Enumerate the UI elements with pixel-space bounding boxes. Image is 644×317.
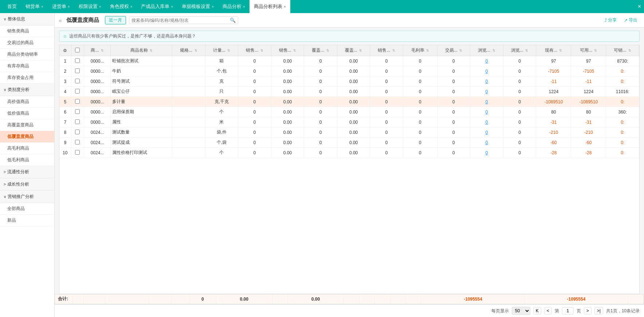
export-btn[interactable]: ↗ 导出 [622,17,640,23]
sidebar-item-high-profit[interactable]: 高毛利商品 [0,143,54,154]
row-checkbox-7[interactable] [75,130,80,134]
share-btn[interactable]: ⤴ 分享 [602,17,619,23]
row-checkbox-1[interactable] [75,68,80,73]
section-arrow-category: ∨ [4,88,6,92]
cell-browse1[interactable]: 0 [470,97,503,107]
nav-roles[interactable]: 角色授权 × [106,0,137,13]
sidebar-item-low-coverage[interactable]: 低覆盖度商品 [0,131,54,143]
cell-code: 0000... [84,66,110,76]
main-layout: ∨ 整体信息 销售类商品 交易过的商品 商品分类动销率 有库存商品 库存资金占用… [0,13,644,317]
nav-production-close[interactable]: × [171,5,173,9]
th-stock3[interactable]: 可销... ⇅ [606,45,639,56]
th-unit[interactable]: 计量... ⇅ [205,45,238,56]
cell-sales3: 0 [370,117,403,127]
nav-sales[interactable]: 销货单 × [21,0,48,13]
th-sales2[interactable]: 销售... ⇅ [271,45,304,56]
cell-browse1[interactable]: 0 [470,66,503,76]
row-checkbox-6[interactable] [75,119,80,124]
row-checkbox-0[interactable] [75,58,80,63]
th-browse2[interactable]: 浏览... ⇅ [503,45,536,56]
th-browse1[interactable]: 浏览... ⇅ [470,45,503,56]
th-settings[interactable]: ⚙ [59,45,71,56]
cell-browse1[interactable]: 0 [470,107,503,117]
th-cover2[interactable]: 覆盖... ⇅ [337,45,370,56]
th-code[interactable]: 商... ⇅ [84,45,110,56]
search-input[interactable] [131,18,230,23]
cell-sales3: 0 [370,107,403,117]
sidebar-section-growth[interactable]: > 成长性分析 [0,178,54,191]
sidebar-item-in-stock[interactable]: 有库存商品 [0,60,54,72]
nav-analysis[interactable]: 商品分析 × [218,0,250,13]
nav-purchase[interactable]: 进货单 × [48,0,74,13]
nav-analysis-close[interactable]: × [243,5,245,9]
cell-browse1[interactable]: 0 [470,127,503,138]
sidebar-item-category-rate[interactable]: 商品分类动销率 [0,49,54,60]
cell-browse1[interactable]: 0 [470,148,503,158]
filter-recent-month-btn[interactable]: 近一月 [105,16,126,24]
th-name[interactable]: 商品名称 ⇅ [111,45,172,56]
share-icon: ⤴ [605,18,607,23]
sidebar-item-high-value[interactable]: 高价值商品 [0,96,54,108]
last-page-btn[interactable]: >| [594,307,603,314]
sidebar-item-all-goods[interactable]: 全部商品 [0,203,54,215]
th-sales3[interactable]: 销售... ⇅ [370,45,403,56]
nav-purchase-close[interactable]: × [68,5,70,9]
nav-template[interactable]: 单据模板设置 × [177,0,218,13]
th-trade[interactable]: 交易... ⇅ [437,45,470,56]
nav-home[interactable]: 首页 [3,0,21,13]
cell-browse1[interactable]: 0 [470,56,503,66]
page-size-select[interactable]: 50 100 [512,307,530,315]
th-spec[interactable]: 规格... ⇅ [172,45,205,56]
th-cover1[interactable]: 覆盖... ⇅ [304,45,337,56]
cell-browse1[interactable]: 0 [470,138,503,148]
row-checkbox-8[interactable] [75,140,80,144]
cell-checkbox [71,117,84,127]
sidebar-section-category[interactable]: ∨ 类别度分析 [0,84,54,96]
page-number-input[interactable] [562,307,574,314]
cell-spec [172,138,205,148]
next-page-btn[interactable]: > [584,307,592,314]
nav-permissions[interactable]: 权限设置 × [74,0,106,13]
sidebar-section-flow[interactable]: > 流通性分析 [0,166,54,178]
prev-page-btn[interactable]: < [544,307,552,314]
nav-roles-close[interactable]: × [130,5,133,9]
cell-trade: 0 [437,148,470,158]
nav-permissions-close[interactable]: × [99,5,101,9]
sidebar-item-new-goods[interactable]: 新品 [0,215,54,226]
nav-sales-close[interactable]: × [41,5,43,9]
sidebar-section-marketing[interactable]: ∨ 营销推广分析 [0,191,54,203]
cell-cover1: 0 [304,56,337,66]
th-stock1[interactable]: 现有... ⇅ [536,45,571,56]
nav-close-all[interactable]: × [638,3,641,10]
cell-gross: 0 [403,107,437,117]
row-checkbox-4[interactable] [75,99,80,104]
sidebar-item-sales-goods[interactable]: 销售类商品 [0,25,54,37]
cell-stock3: 0: [606,76,639,87]
nav-analysis-list[interactable]: 商品分析列表 × [250,0,290,13]
cell-browse1[interactable]: 0 [470,76,503,87]
cell-browse1[interactable]: 0 [470,117,503,127]
cell-cover2: 0.00 [337,56,370,66]
th-gross[interactable]: 毛利率 ⇅ [403,45,437,56]
nav-template-close[interactable]: × [212,5,214,9]
row-checkbox-2[interactable] [75,79,80,83]
cell-stock3: 0: [606,117,639,127]
sidebar-item-low-profit[interactable]: 低毛利商品 [0,154,54,166]
select-all-checkbox[interactable] [75,48,80,52]
collapse-sidebar-btn[interactable]: « [59,17,62,23]
nav-analysis-list-close[interactable]: × [284,5,286,9]
sidebar-section-overall[interactable]: ∨ 整体信息 [0,13,54,25]
sidebar-item-high-coverage[interactable]: 高覆盖度商品 [0,119,54,131]
sidebar-item-stock-fund[interactable]: 库存资金占用 [0,72,54,84]
nav-production[interactable]: 产成品入库单 × [137,0,177,13]
cell-browse1[interactable]: 0 [470,87,503,97]
first-page-btn[interactable]: K [533,307,541,314]
cell-checkbox [71,127,84,138]
row-checkbox-9[interactable] [75,150,80,155]
row-checkbox-5[interactable] [75,109,80,114]
sidebar-item-traded-goods[interactable]: 交易过的商品 [0,37,54,49]
th-stock2[interactable]: 可用... ⇅ [571,45,606,56]
sidebar-item-low-value[interactable]: 低价值商品 [0,108,54,119]
row-checkbox-3[interactable] [75,89,80,94]
th-sales1[interactable]: 销售... ⇅ [238,45,271,56]
